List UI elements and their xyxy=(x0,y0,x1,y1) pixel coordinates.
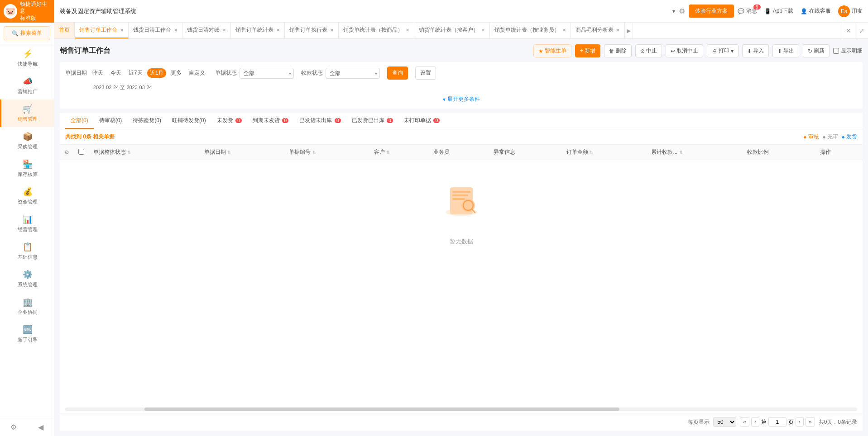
tab-sales-summary-staff-close[interactable]: ✕ xyxy=(562,28,566,33)
horizontal-scrollbar[interactable] xyxy=(65,408,857,411)
date-opt-7days[interactable]: 近7天 xyxy=(126,68,145,78)
cancel-stop-button[interactable]: ↩ 取消中止 xyxy=(666,44,703,57)
sort-collected-icon[interactable]: ⇅ xyxy=(679,150,683,155)
search-menu-button[interactable]: 🔍 搜索菜单 xyxy=(4,26,50,40)
tab-cash-reconcile-close[interactable]: ✕ xyxy=(222,28,226,33)
tab-sales-stats-close[interactable]: ✕ xyxy=(276,28,280,33)
tab-sales-stats[interactable]: 销售订单统计表 ✕ xyxy=(231,23,285,38)
delete-button[interactable]: 🗑 删除 xyxy=(604,44,632,57)
tab-cash-reconcile[interactable]: 钱货日清对账 ✕ xyxy=(182,23,231,38)
batch-ship-button[interactable]: ● 发货 xyxy=(842,133,857,141)
tab-sales-summary-staff[interactable]: 销货单统计表（按业务员） ✕ xyxy=(490,23,571,38)
date-opt-custom[interactable]: 自定义 xyxy=(186,68,208,78)
tab-cash-daily[interactable]: 钱货日清工作台 ✕ xyxy=(129,23,182,38)
app-download-button[interactable]: 📱 App下载 xyxy=(764,7,793,15)
date-opt-1month[interactable]: 近1月 xyxy=(147,68,167,78)
first-page-button[interactable]: « xyxy=(740,417,749,427)
sub-tab-shipped-out[interactable]: 已发货已出库 0 xyxy=(346,113,398,129)
sort-date-icon[interactable]: ⇅ xyxy=(227,150,231,155)
sidebar-item-enterprise[interactable]: 🏢 企业协同 xyxy=(0,293,54,320)
sub-tabs: 全部(0) 待审核(0) 待拣验货(0) 旺铺待发货(0) 未发货 0 到期未发… xyxy=(60,113,863,129)
tab-sales-summary-customer-close[interactable]: ✕ xyxy=(481,28,485,33)
sidebar-item-purchase[interactable]: 📦 采购管理 xyxy=(0,127,54,155)
tab-cash-daily-close[interactable]: ✕ xyxy=(174,28,177,33)
maximize-button[interactable]: ⤢ xyxy=(855,23,868,38)
tab-sales-workbench[interactable]: 销售订单工作台 ✕ xyxy=(75,23,129,38)
sidebar-item-basic[interactable]: 📋 基础信息 xyxy=(0,237,54,265)
col-settings[interactable]: ⚙ xyxy=(60,145,74,160)
sub-tab-pending-inspect[interactable]: 待拣验货(0) xyxy=(127,113,167,129)
print-button[interactable]: 🖨 打印 ▾ xyxy=(707,44,739,57)
sub-tab-not-printed[interactable]: 未打印单据 0 xyxy=(398,113,445,129)
date-opt-today[interactable]: 今天 xyxy=(108,68,124,78)
tab-goods-margin-close[interactable]: ✕ xyxy=(616,28,620,33)
user-profile-button[interactable]: Ea 用友 xyxy=(838,5,863,17)
collapse-button[interactable]: ◀ xyxy=(38,423,43,431)
sub-tab-pending-audit[interactable]: 待审核(0) xyxy=(94,113,128,129)
refresh-button[interactable]: ↻ 刷新 xyxy=(803,44,830,57)
sub-tab-wangpu-ship[interactable]: 旺铺待发货(0) xyxy=(167,113,211,129)
tab-more-arrow[interactable]: ▶ xyxy=(625,23,633,38)
col-status: 单据整体状态 ⇅ xyxy=(89,145,200,160)
sub-tab-shipped-not-in[interactable]: 已发货未出库 0 xyxy=(294,113,346,129)
filter-payment-select[interactable]: 全部 xyxy=(326,68,380,79)
sidebar-item-operations[interactable]: 📊 经营管理 xyxy=(0,210,54,237)
sidebar-item-marketing[interactable]: 📣 营销推广 xyxy=(0,72,54,100)
date-opt-more[interactable]: 更多 xyxy=(168,68,184,78)
smart-create-button[interactable]: ★ 智能生单 xyxy=(533,44,571,57)
filter-expand-row: ▾ 展开更多条件 xyxy=(65,95,857,104)
sidebar-item-quick-nav[interactable]: ⚡ 快捷导航 xyxy=(0,44,54,72)
sub-tab-expired-not-shipped[interactable]: 到期未发货 0 xyxy=(247,113,294,129)
sidebar-item-guide[interactable]: 🆕 新手引导 xyxy=(0,320,54,348)
empty-svg xyxy=(439,178,484,223)
tab-home[interactable]: 首页 xyxy=(54,23,75,38)
svg-rect-3 xyxy=(452,194,468,196)
select-all-checkbox[interactable] xyxy=(78,149,84,155)
filter-date-options: 昨天 今天 近7天 近1月 更多 自定义 xyxy=(90,68,208,78)
sub-tab-not-shipped[interactable]: 未发货 0 xyxy=(211,113,247,129)
tab-sales-exec-close[interactable]: ✕ xyxy=(330,28,334,33)
sort-status-icon[interactable]: ⇅ xyxy=(127,150,131,155)
tab-sales-summary-customer[interactable]: 销货单统计表（按客户） ✕ xyxy=(414,23,490,38)
stop-icon: ⊘ xyxy=(640,48,645,54)
sub-tab-all[interactable]: 全部(0) xyxy=(65,113,94,129)
sidebar-item-sales[interactable]: 🛒 销售管理 xyxy=(0,100,54,127)
export-button[interactable]: ⬆ 导出 xyxy=(772,44,799,57)
tab-sales-workbench-close[interactable]: ✕ xyxy=(120,28,124,33)
sidebar-item-finance[interactable]: 💰 资金管理 xyxy=(0,182,54,210)
last-page-button[interactable]: » xyxy=(806,417,815,427)
next-page-button[interactable]: › xyxy=(796,417,804,427)
batch-void-button[interactable]: ● 充审 xyxy=(823,133,838,141)
message-button[interactable]: 💬 消息 6 xyxy=(738,7,757,15)
prev-page-button[interactable]: ‹ xyxy=(751,417,759,427)
topbar-settings-icon[interactable]: ⚙ xyxy=(679,7,685,15)
online-service-button[interactable]: 👤 在线客服 xyxy=(801,7,831,15)
sidebar-item-system[interactable]: ⚙️ 系统管理 xyxy=(0,265,54,293)
tab-sales-exec[interactable]: 销售订单执行表 ✕ xyxy=(285,23,339,38)
system-title-dropdown[interactable]: ▾ xyxy=(672,8,675,14)
sidebar-item-inventory[interactable]: 🏪 库存核算 xyxy=(0,155,54,182)
query-button[interactable]: 查询 xyxy=(387,66,408,80)
sort-amount-icon[interactable]: ⇅ xyxy=(590,150,593,155)
filter-settings-button[interactable]: 设置 xyxy=(415,66,436,80)
import-button[interactable]: ⬇ 导入 xyxy=(742,44,769,57)
page-size-select[interactable]: 10 20 50 100 xyxy=(713,417,736,427)
batch-audit-button[interactable]: ● 审核 xyxy=(803,133,819,141)
sort-number-icon[interactable]: ⇅ xyxy=(312,150,316,155)
filter-status-select[interactable]: 全部 xyxy=(240,68,294,79)
tab-goods-margin[interactable]: 商品毛利分析表 ✕ xyxy=(571,23,625,38)
tab-sales-summary-goods-close[interactable]: ✕ xyxy=(406,28,409,33)
sort-customer-icon[interactable]: ⇅ xyxy=(386,150,390,155)
page-input[interactable] xyxy=(768,417,786,427)
add-button[interactable]: + 新增 xyxy=(575,44,600,57)
stop-button[interactable]: ⊘ 中止 xyxy=(635,44,662,57)
print-dropdown-icon: ▾ xyxy=(731,48,734,54)
expand-filter-button[interactable]: ▾ 展开更多条件 xyxy=(440,95,483,104)
solution-button[interactable]: 体验行业方案 xyxy=(689,5,734,18)
tab-sales-summary-goods[interactable]: 销货单统计表（按商品） ✕ xyxy=(339,23,414,38)
settings-bottom-button[interactable]: ⚙ xyxy=(10,423,17,431)
date-opt-yesterday[interactable]: 昨天 xyxy=(90,68,106,78)
show-detail-checkbox[interactable] xyxy=(833,48,839,54)
close-all-tabs-button[interactable]: ✕ xyxy=(842,23,855,38)
cancel-stop-icon: ↩ xyxy=(671,48,675,54)
